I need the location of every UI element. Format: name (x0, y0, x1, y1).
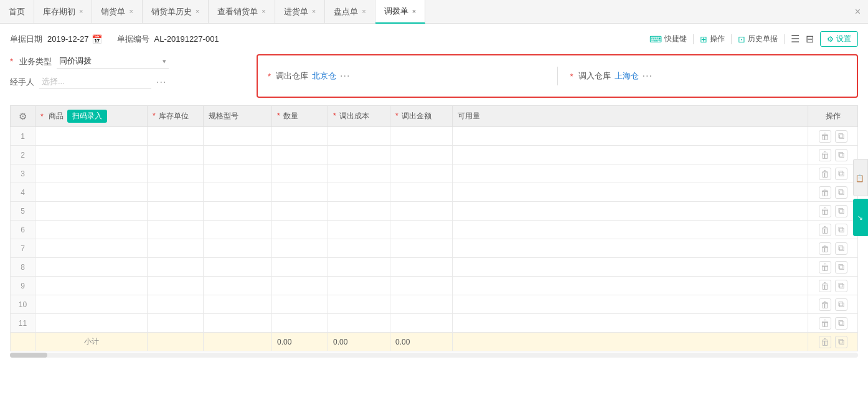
row-delete-icon-8[interactable]: 🗑 (819, 261, 831, 274)
row-qty-7[interactable] (272, 239, 328, 258)
row-available-1[interactable] (453, 127, 808, 146)
row-cost-11[interactable] (328, 314, 390, 333)
row-cost-10[interactable] (328, 295, 390, 314)
row-available-9[interactable] (453, 277, 808, 295)
row-product-1[interactable] (35, 127, 148, 146)
shortcut-btn[interactable]: ⌨ 快捷键 (649, 34, 687, 44)
tab-home[interactable]: 首页 (0, 0, 34, 24)
row-amount-8[interactable] (390, 258, 453, 277)
tab-purchase-close[interactable]: × (312, 8, 316, 15)
row-product-5[interactable] (35, 202, 148, 221)
row-copy-icon-7[interactable]: ⧉ (835, 242, 847, 255)
row-available-11[interactable] (453, 314, 808, 333)
history-btn[interactable]: ⊡ 历史单据 (738, 34, 778, 44)
tab-stocktake-close[interactable]: × (362, 8, 366, 15)
row-cost-3[interactable] (328, 164, 390, 183)
row-unit-7[interactable] (148, 239, 204, 258)
row-unit-4[interactable] (148, 183, 204, 202)
tab-inventory-init[interactable]: 库存期初 × (34, 0, 92, 24)
row-product-7[interactable] (35, 239, 148, 258)
tab-view-sales[interactable]: 查看销货单 × (209, 0, 275, 24)
row-product-2[interactable] (35, 146, 148, 164)
row-unit-10[interactable] (148, 295, 204, 314)
row-available-6[interactable] (453, 221, 808, 239)
row-qty-3[interactable] (272, 164, 328, 183)
subtotal-copy-icon[interactable]: ⧉ (835, 336, 847, 348)
row-available-10[interactable] (453, 295, 808, 314)
row-amount-6[interactable] (390, 221, 453, 239)
row-spec-4[interactable] (204, 183, 272, 202)
row-amount-3[interactable] (390, 164, 453, 183)
row-copy-icon-3[interactable]: ⧉ (835, 168, 847, 180)
row-spec-6[interactable] (204, 221, 272, 239)
row-delete-icon-2[interactable]: 🗑 (819, 149, 831, 161)
row-unit-5[interactable] (148, 202, 204, 221)
row-cost-9[interactable] (328, 277, 390, 295)
list-icon-btn[interactable]: ☰ (791, 33, 800, 45)
tab-sales-history[interactable]: 销货单历史 × (143, 0, 209, 24)
table-gear-icon[interactable]: ⚙ (19, 111, 27, 121)
row-available-5[interactable] (453, 202, 808, 221)
row-copy-icon-11[interactable]: ⧉ (835, 317, 847, 330)
row-cost-5[interactable] (328, 202, 390, 221)
row-cost-8[interactable] (328, 258, 390, 277)
setting-button[interactable]: ⚙ 设置 (820, 31, 858, 47)
out-warehouse-value[interactable]: 北京仓 (312, 70, 336, 82)
row-qty-5[interactable] (272, 202, 328, 221)
row-copy-icon-8[interactable]: ⧉ (835, 261, 847, 274)
tab-purchase[interactable]: 进货单 × (275, 0, 325, 24)
right-tab-expand[interactable]: ↗ (853, 199, 868, 236)
tab-transfer-close[interactable]: × (412, 8, 416, 15)
row-spec-1[interactable] (204, 127, 272, 146)
row-delete-icon-11[interactable]: 🗑 (819, 317, 831, 330)
row-unit-2[interactable] (148, 146, 204, 164)
tab-stocktake[interactable]: 盘点单 × (325, 0, 375, 24)
row-qty-6[interactable] (272, 221, 328, 239)
row-available-4[interactable] (453, 183, 808, 202)
business-type-select[interactable]: 同价调拨 ▾ (57, 54, 169, 69)
grid-icon-btn[interactable]: ⊟ (806, 33, 814, 45)
row-spec-3[interactable] (204, 164, 272, 183)
tab-transfer[interactable]: 调拨单 × (375, 0, 425, 24)
table-scroll[interactable]: ⚙ * 商品 扫码录入 * 库存单位 (10, 105, 858, 351)
row-copy-icon-2[interactable]: ⧉ (835, 149, 847, 161)
tab-view-sales-close[interactable]: × (262, 8, 265, 15)
scroll-thumb[interactable] (10, 353, 47, 358)
row-amount-10[interactable] (390, 295, 453, 314)
row-qty-2[interactable] (272, 146, 328, 164)
row-qty-10[interactable] (272, 295, 328, 314)
row-delete-icon-4[interactable]: 🗑 (819, 186, 831, 199)
row-spec-8[interactable] (204, 258, 272, 277)
row-qty-8[interactable] (272, 258, 328, 277)
row-qty-11[interactable] (272, 314, 328, 333)
handler-more-btn[interactable]: ··· (156, 77, 166, 88)
row-product-4[interactable] (35, 183, 148, 202)
row-product-3[interactable] (35, 164, 148, 183)
row-copy-icon-5[interactable]: ⧉ (835, 205, 847, 217)
row-unit-1[interactable] (148, 127, 204, 146)
row-delete-icon-10[interactable]: 🗑 (819, 298, 831, 311)
right-tab-notes[interactable]: 📋 (853, 159, 868, 196)
row-cost-6[interactable] (328, 221, 390, 239)
row-copy-icon-10[interactable]: ⧉ (835, 298, 847, 311)
out-warehouse-more[interactable]: ··· (340, 70, 350, 82)
row-product-10[interactable] (35, 295, 148, 314)
row-amount-5[interactable] (390, 202, 453, 221)
row-product-11[interactable] (35, 314, 148, 333)
row-product-8[interactable] (35, 258, 148, 277)
row-amount-9[interactable] (390, 277, 453, 295)
row-amount-4[interactable] (390, 183, 453, 202)
handler-field[interactable]: 选择... (39, 75, 151, 89)
in-warehouse-value[interactable]: 上海仓 (615, 70, 639, 82)
row-spec-2[interactable] (204, 146, 272, 164)
row-qty-1[interactable] (272, 127, 328, 146)
row-delete-icon-5[interactable]: 🗑 (819, 205, 831, 217)
tab-sales-order-close[interactable]: × (129, 8, 133, 15)
row-cost-4[interactable] (328, 183, 390, 202)
row-unit-3[interactable] (148, 164, 204, 183)
in-warehouse-more[interactable]: ··· (643, 70, 653, 82)
row-spec-7[interactable] (204, 239, 272, 258)
tab-sales-history-close[interactable]: × (196, 8, 199, 15)
row-amount-1[interactable] (390, 127, 453, 146)
row-copy-icon-1[interactable]: ⧉ (835, 130, 847, 143)
